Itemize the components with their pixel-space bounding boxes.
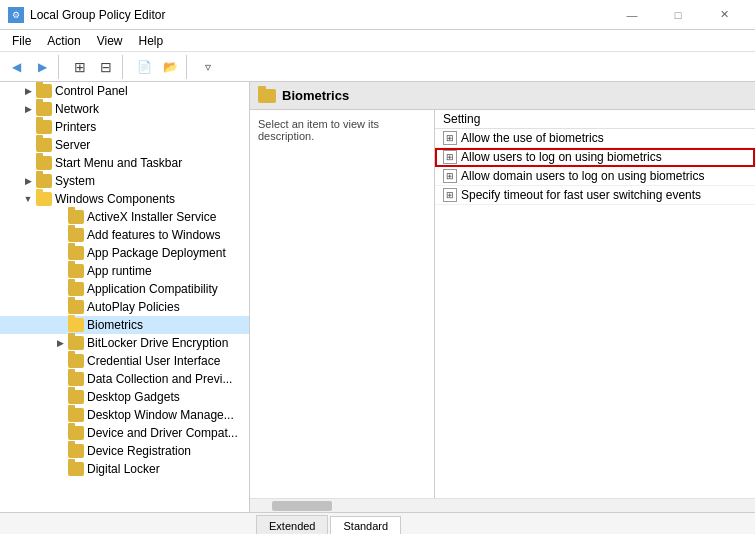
tab-standard[interactable]: Standard [330, 516, 401, 534]
tree-item-app-compat[interactable]: ▶ Application Compatibility [0, 280, 249, 298]
tree-item-credential-ui[interactable]: ▶ Credential User Interface [0, 352, 249, 370]
tree-label-device-registration: Device Registration [87, 444, 191, 458]
tree-scroll[interactable]: ▶ Control Panel ▶ Network ▶ Printers ▶ S… [0, 82, 249, 512]
tree-label-printers: Printers [55, 120, 96, 134]
tree-label-system: System [55, 174, 95, 188]
close-button[interactable]: ✕ [701, 0, 747, 30]
table-row[interactable]: ⊞ Allow domain users to log on using bio… [435, 167, 755, 186]
tree-item-network[interactable]: ▶ Network [0, 100, 249, 118]
folder-icon-control-panel [36, 84, 52, 98]
setting-cell-4[interactable]: ⊞ Specify timeout for fast user switchin… [435, 186, 755, 205]
tree-item-data-collection[interactable]: ▶ Data Collection and Previ... [0, 370, 249, 388]
tree-item-desktop-gadgets[interactable]: ▶ Desktop Gadgets [0, 388, 249, 406]
menu-file[interactable]: File [4, 32, 39, 50]
title-bar-left: ⚙ Local Group Policy Editor [8, 7, 165, 23]
setting-cell-1[interactable]: ⊞ Allow the use of biometrics [435, 129, 755, 148]
folder-icon-bitlocker [68, 336, 84, 350]
setting-cell-content-2: ⊞ Allow users to log on using biometrics [443, 150, 747, 164]
tree-item-server[interactable]: ▶ Server [0, 136, 249, 154]
horizontal-scrollbar[interactable] [250, 498, 755, 512]
tree-item-windows-components[interactable]: ▼ Windows Components [0, 190, 249, 208]
new-window-button[interactable]: 📄 [132, 55, 156, 79]
folder-icon-printers [36, 120, 52, 134]
expand-network[interactable]: ▶ [20, 101, 36, 117]
tree-item-activex[interactable]: ▶ ActiveX Installer Service [0, 208, 249, 226]
folder-icon-device-registration [68, 444, 84, 458]
tree-item-autoplay[interactable]: ▶ AutoPlay Policies [0, 298, 249, 316]
tree-label-server: Server [55, 138, 90, 152]
hscroll-thumb[interactable] [272, 501, 332, 511]
settings-column-header: Setting [435, 110, 755, 129]
expand-system[interactable]: ▶ [20, 173, 36, 189]
setting-label-3: Allow domain users to log on using biome… [461, 169, 704, 183]
export-button[interactable]: 📂 [158, 55, 182, 79]
toolbar-separator-2 [122, 55, 128, 79]
folder-icon-server [36, 138, 52, 152]
menu-bar: File Action View Help [0, 30, 755, 52]
description-text: Select an item to view its description. [258, 118, 379, 142]
tree-item-device-driver[interactable]: ▶ Device and Driver Compat... [0, 424, 249, 442]
settings-panel[interactable]: Setting ⊞ Allow the use of biometrics [435, 110, 755, 498]
folder-icon-app-package [68, 246, 84, 260]
table-row[interactable]: ⊞ Allow the use of biometrics [435, 129, 755, 148]
tree-item-control-panel[interactable]: ▶ Control Panel [0, 82, 249, 100]
folder-icon-data-collection [68, 372, 84, 386]
tree-item-system[interactable]: ▶ System [0, 172, 249, 190]
tree-item-biometrics[interactable]: ▶ Biometrics [0, 316, 249, 334]
minimize-button[interactable]: — [609, 0, 655, 30]
folder-icon-biometrics [68, 318, 84, 332]
setting-icon-4: ⊞ [443, 188, 457, 202]
setting-label-1: Allow the use of biometrics [461, 131, 604, 145]
table-row[interactable]: ⊞ Allow users to log on using biometrics [435, 148, 755, 167]
tree-label-startmenu: Start Menu and Taskbar [55, 156, 182, 170]
tree-item-desktop-window[interactable]: ▶ Desktop Window Manage... [0, 406, 249, 424]
expand-control-panel[interactable]: ▶ [20, 83, 36, 99]
maximize-button[interactable]: □ [655, 0, 701, 30]
folder-icon-desktop-window [68, 408, 84, 422]
tree-label-app-runtime: App runtime [87, 264, 152, 278]
show-hide-button[interactable]: ⊞ [68, 55, 92, 79]
filter-button[interactable]: ▿ [196, 55, 220, 79]
tree-item-app-package[interactable]: ▶ App Package Deployment [0, 244, 249, 262]
title-bar-controls[interactable]: — □ ✕ [609, 0, 747, 30]
setting-cell-content-3: ⊞ Allow domain users to log on using bio… [443, 169, 747, 183]
forward-button[interactable]: ▶ [30, 55, 54, 79]
tree-item-startmenu[interactable]: ▶ Start Menu and Taskbar [0, 154, 249, 172]
tree-item-digital-locker[interactable]: ▶ Digital Locker [0, 460, 249, 478]
setting-cell-content-1: ⊞ Allow the use of biometrics [443, 131, 747, 145]
folder-icon-desktop-gadgets [68, 390, 84, 404]
tree-item-printers[interactable]: ▶ Printers [0, 118, 249, 136]
menu-view[interactable]: View [89, 32, 131, 50]
tab-extended[interactable]: Extended [256, 515, 328, 534]
setting-icon-1: ⊞ [443, 131, 457, 145]
right-pane-title: Biometrics [282, 88, 349, 103]
app-icon: ⚙ [8, 7, 24, 23]
tree-label-credential-ui: Credential User Interface [87, 354, 220, 368]
menu-action[interactable]: Action [39, 32, 88, 50]
tree-item-app-runtime[interactable]: ▶ App runtime [0, 262, 249, 280]
right-content: Select an item to view its description. … [250, 110, 755, 498]
tree-label-activex: ActiveX Installer Service [87, 210, 216, 224]
expand-bitlocker[interactable]: ▶ [52, 335, 68, 351]
setting-cell-2[interactable]: ⊞ Allow users to log on using biometrics [435, 148, 755, 167]
setting-cell-content-4: ⊞ Specify timeout for fast user switchin… [443, 188, 747, 202]
tree-item-add-features[interactable]: ▶ Add features to Windows [0, 226, 249, 244]
setting-icon-2: ⊞ [443, 150, 457, 164]
setting-label-4: Specify timeout for fast user switching … [461, 188, 701, 202]
browse-button[interactable]: ⊟ [94, 55, 118, 79]
tree-label-bitlocker: BitLocker Drive Encryption [87, 336, 228, 350]
tree-label-network: Network [55, 102, 99, 116]
folder-icon-autoplay [68, 300, 84, 314]
window-title: Local Group Policy Editor [30, 8, 165, 22]
tree-label-biometrics: Biometrics [87, 318, 143, 332]
expand-windows-components[interactable]: ▼ [20, 191, 36, 207]
toolbar-separator-1 [58, 55, 64, 79]
back-button[interactable]: ◀ [4, 55, 28, 79]
table-row[interactable]: ⊞ Specify timeout for fast user switchin… [435, 186, 755, 205]
setting-cell-3[interactable]: ⊞ Allow domain users to log on using bio… [435, 167, 755, 186]
tree-item-device-registration[interactable]: ▶ Device Registration [0, 442, 249, 460]
tree-item-bitlocker[interactable]: ▶ BitLocker Drive Encryption [0, 334, 249, 352]
tree-label-device-driver: Device and Driver Compat... [87, 426, 238, 440]
menu-help[interactable]: Help [131, 32, 172, 50]
setting-icon-3: ⊞ [443, 169, 457, 183]
